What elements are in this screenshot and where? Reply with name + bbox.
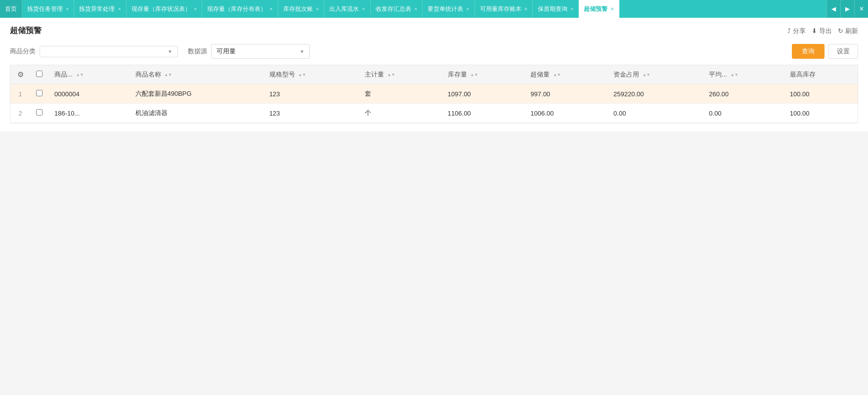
cell-unit: 个 bbox=[359, 104, 442, 123]
cell-product-name: 机油滤清器 bbox=[130, 104, 263, 123]
settings-button[interactable]: 设置 bbox=[828, 44, 858, 59]
cell-capital: 259220.00 bbox=[608, 84, 703, 104]
close-overstock[interactable]: × bbox=[610, 6, 613, 12]
category-dropdown-icon: ▼ bbox=[168, 49, 173, 54]
close-inventory-status[interactable]: × bbox=[194, 6, 197, 12]
col-spec[interactable]: 规格型号 ▲▼ bbox=[263, 65, 359, 84]
topbar-right-buttons: ◀ ▶ ✕ bbox=[826, 0, 868, 18]
cell-avg: 260.00 bbox=[703, 84, 784, 104]
select-all-checkbox[interactable] bbox=[36, 71, 43, 77]
datasource-value: 可用量 bbox=[217, 47, 236, 56]
gear-icon[interactable]: ⚙ bbox=[17, 70, 24, 79]
nav-order-stats[interactable]: 要货单统计表 × bbox=[423, 0, 475, 18]
header-actions: ⤴ 分享 ⬇ 导出 ↻ 刷新 bbox=[787, 27, 858, 36]
cell-unit: 套 bbox=[359, 84, 442, 104]
close-quality[interactable]: × bbox=[570, 6, 573, 12]
cell-product-code: 0000004 bbox=[48, 84, 130, 104]
sort-icon-spec: ▲▼ bbox=[298, 73, 306, 77]
cell-stock: 1106.00 bbox=[442, 104, 525, 123]
sort-icon-stock: ▲▼ bbox=[470, 73, 478, 77]
col-overstock[interactable]: 超储量 ▲▼ bbox=[524, 65, 608, 84]
nav-task-mgmt[interactable]: 拣货任务管理 × bbox=[22, 0, 74, 18]
row-index: 2 bbox=[10, 104, 30, 123]
close-inout-flow[interactable]: × bbox=[362, 6, 365, 12]
cell-overstock: 1006.00 bbox=[524, 104, 608, 123]
close-order-stats[interactable]: × bbox=[466, 6, 469, 12]
datasource-select[interactable]: 可用量 ▼ bbox=[211, 44, 310, 59]
topbar: 首页 拣货任务管理 × 拣货异常处理 × 现存量（库存状况表） × 现存量（库存… bbox=[0, 0, 868, 18]
col-select-all bbox=[30, 65, 48, 84]
category-select[interactable]: ▼ bbox=[40, 46, 178, 57]
nav-available-account[interactable]: 可用量库存账本 × bbox=[475, 0, 533, 18]
col-unit[interactable]: 主计量 ▲▼ bbox=[359, 65, 442, 84]
nav-arrow-left[interactable]: ◀ bbox=[826, 0, 840, 18]
row-checkbox-cell bbox=[30, 104, 48, 123]
cell-stock: 1097.00 bbox=[442, 84, 525, 104]
table-row: 2 186-10... 机油滤清器 123 个 1106.00 1006.00 … bbox=[10, 104, 858, 123]
page-content: 超储预警 ⤴ 分享 ⬇ 导出 ↻ 刷新 商品分类 ▼ 数据源 bbox=[0, 18, 868, 131]
datasource-dropdown-icon: ▼ bbox=[300, 49, 304, 54]
table-row: 1 0000004 六配套新昌490BPG 123 套 1097.00 997.… bbox=[10, 84, 858, 104]
sort-icon-avg: ▲▼ bbox=[731, 73, 738, 77]
nav-home[interactable]: 首页 bbox=[0, 0, 22, 18]
sort-icon-overstock: ▲▼ bbox=[553, 73, 561, 77]
category-label: 商品分类 bbox=[10, 47, 36, 56]
cell-product-name: 六配套新昌490BPG bbox=[130, 84, 263, 104]
table-header-row: ⚙ 商品... ▲▼ 商品名称 ▲▼ 规格型号 ▲▼ bbox=[10, 65, 858, 84]
share-icon: ⤴ bbox=[787, 27, 791, 35]
sort-icon-unit: ▲▼ bbox=[387, 73, 395, 77]
row-index: 1 bbox=[10, 84, 30, 104]
close-batch[interactable]: × bbox=[316, 6, 319, 12]
filter-row: 商品分类 ▼ 数据源 可用量 ▼ 查询 设置 bbox=[10, 44, 858, 59]
sort-icon-capital: ▲▼ bbox=[643, 73, 651, 77]
sort-icon-product-code: ▲▼ bbox=[76, 73, 84, 77]
nav-inventory-status[interactable]: 现存量（库存状况表） × bbox=[127, 0, 202, 18]
col-product-code[interactable]: 商品... ▲▼ bbox=[48, 65, 130, 84]
col-product-name[interactable]: 商品名称 ▲▼ bbox=[130, 65, 263, 84]
nav-overstock[interactable]: 超储预警 × bbox=[579, 0, 619, 18]
nav-arrow-right[interactable]: ▶ bbox=[840, 0, 854, 18]
close-available-account[interactable]: × bbox=[524, 6, 527, 12]
nav-receipt[interactable]: 收发存汇总表 × bbox=[371, 0, 423, 18]
nav-quality[interactable]: 保质期查询 × bbox=[533, 0, 579, 18]
page-header: 超储预警 ⤴ 分享 ⬇ 导出 ↻ 刷新 bbox=[10, 26, 858, 36]
export-icon: ⬇ bbox=[812, 27, 817, 35]
col-avg[interactable]: 平均... ▲▼ bbox=[703, 65, 784, 84]
page-title: 超储预警 bbox=[10, 26, 42, 36]
close-inventory-dist[interactable]: × bbox=[269, 6, 272, 12]
export-button[interactable]: ⬇ 导出 bbox=[812, 27, 832, 36]
row-checkbox[interactable] bbox=[36, 109, 43, 116]
nav-abnormal[interactable]: 拣货异常处理 × bbox=[74, 0, 126, 18]
cell-avg: 0.00 bbox=[703, 104, 784, 123]
cell-product-code: 186-10... bbox=[48, 104, 130, 123]
row-checkbox[interactable] bbox=[36, 90, 43, 96]
row-checkbox-cell bbox=[30, 84, 48, 104]
data-table: ⚙ 商品... ▲▼ 商品名称 ▲▼ 规格型号 ▲▼ bbox=[10, 65, 858, 123]
nav-inventory-dist[interactable]: 现存量（库存分布表） × bbox=[202, 0, 278, 18]
cell-capital: 0.00 bbox=[608, 104, 703, 123]
query-button[interactable]: 查询 bbox=[792, 44, 825, 59]
share-button[interactable]: ⤴ 分享 bbox=[787, 27, 806, 36]
nav-batch[interactable]: 库存批次账 × bbox=[278, 0, 324, 18]
close-task-mgmt[interactable]: × bbox=[66, 6, 69, 12]
cell-max-stock: 100.00 bbox=[784, 84, 858, 104]
nav-close-all[interactable]: ✕ bbox=[854, 0, 868, 18]
col-settings: ⚙ bbox=[10, 65, 30, 84]
close-abnormal[interactable]: × bbox=[118, 6, 121, 12]
datasource-filter: 数据源 可用量 ▼ bbox=[188, 44, 310, 59]
col-stock[interactable]: 库存量 ▲▼ bbox=[442, 65, 525, 84]
refresh-icon: ↻ bbox=[838, 27, 843, 35]
cell-overstock: 997.00 bbox=[524, 84, 608, 104]
col-max-stock[interactable]: 最高库存 bbox=[784, 65, 858, 84]
filter-actions: 查询 设置 bbox=[792, 44, 858, 59]
category-filter: 商品分类 ▼ bbox=[10, 46, 178, 57]
cell-spec: 123 bbox=[263, 104, 359, 123]
cell-spec: 123 bbox=[263, 84, 359, 104]
datasource-label: 数据源 bbox=[188, 47, 207, 56]
col-capital[interactable]: 资金占用 ▲▼ bbox=[608, 65, 703, 84]
sort-icon-product-name: ▲▼ bbox=[164, 73, 172, 77]
refresh-button[interactable]: ↻ 刷新 bbox=[838, 27, 858, 36]
cell-max-stock: 100.00 bbox=[784, 104, 858, 123]
close-receipt[interactable]: × bbox=[414, 6, 417, 12]
nav-inout-flow[interactable]: 出入库流水 × bbox=[324, 0, 370, 18]
